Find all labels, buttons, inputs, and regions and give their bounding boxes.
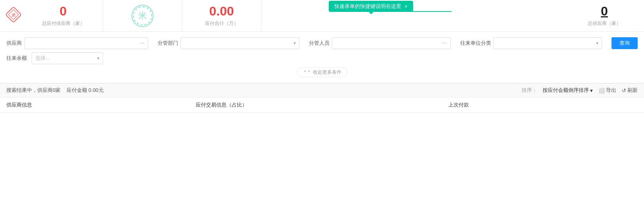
person-label: 分管人员 bbox=[309, 40, 330, 47]
supplier-label: 供应商 bbox=[6, 40, 22, 47]
balance-label: 往来余额 bbox=[6, 55, 27, 62]
person-input-wrap[interactable]: ··· bbox=[332, 37, 451, 49]
sort-chevron-icon: ▾ bbox=[590, 88, 593, 93]
total-suppliers-label: 总供应商（家） bbox=[588, 20, 621, 27]
balance-placeholder: 选择... bbox=[35, 55, 97, 62]
results-actions: 排序： 按应付会额倒序排序 ▾ ⬜ 导出 ↺ 刷新 bbox=[522, 87, 638, 94]
refresh-icon: ↺ bbox=[622, 88, 626, 93]
sort-label: 排序： bbox=[522, 87, 537, 94]
refresh-label: 刷新 bbox=[627, 87, 638, 94]
dept-label: 分管部门 bbox=[158, 40, 178, 47]
refresh-button[interactable]: ↺ 刷新 bbox=[622, 87, 638, 94]
supplier-input-wrap[interactable]: ··· bbox=[25, 37, 148, 49]
svg-text:米: 米 bbox=[11, 13, 16, 17]
collapse-button[interactable]: ⌃⌃ 收起更多条件 bbox=[297, 67, 347, 77]
unit-filter: 往来单位分类 ▾ bbox=[460, 37, 602, 49]
export-icon: ⬜ bbox=[598, 88, 605, 93]
diamond-logo-icon: 米 bbox=[5, 6, 22, 23]
supplier-filter: 供应商 ··· bbox=[6, 37, 148, 49]
results-amount: 应付金额 0.00元 bbox=[67, 87, 104, 93]
total-suppliers-stat: 0 总供应商（家） bbox=[565, 0, 644, 31]
unit-select[interactable]: ▾ bbox=[493, 37, 602, 49]
total-payable-suppliers-number: 0 bbox=[60, 4, 67, 18]
table-header: 供应商信息 应付交易信息（占比） 上次付款 bbox=[0, 97, 644, 113]
total-payable-suppliers-stat: 0 总应付供应商（家） bbox=[24, 0, 103, 31]
sort-value[interactable]: 按应付会额倒序排序 ▾ bbox=[543, 87, 593, 94]
results-summary: 搜索结果中，供应商0家 应付金额 0.00元 bbox=[6, 87, 522, 94]
dept-select[interactable]: ▾ bbox=[181, 37, 299, 49]
tooltip-close-button[interactable]: × bbox=[404, 3, 408, 10]
query-button[interactable]: 查询 bbox=[612, 37, 638, 49]
export-button[interactable]: ⬜ 导出 bbox=[598, 87, 616, 94]
person-input[interactable] bbox=[335, 40, 440, 46]
total-payable-suppliers-label: 总应付供应商（家） bbox=[42, 20, 85, 27]
dept-chevron-icon: ▾ bbox=[293, 40, 296, 46]
col-supplier-header: 供应商信息 bbox=[6, 101, 196, 109]
collapse-row: ⌃⌃ 收起更多条件 bbox=[6, 66, 638, 80]
collapse-label: 收起更多条件 bbox=[313, 69, 341, 76]
stats-bar: 米 0 总应付供应商（家） 米 0.00 应付合计（万） 快速录单的快捷键说明在… bbox=[0, 0, 644, 32]
coin-icon: 米 bbox=[138, 10, 147, 22]
collapse-up-icon: ⌃⌃ bbox=[303, 70, 311, 75]
export-label: 导出 bbox=[606, 87, 616, 94]
dept-filter: 分管部门 ▾ bbox=[158, 37, 299, 49]
sort-value-text: 按应付会额倒序排序 bbox=[543, 87, 589, 94]
logo-area: 米 bbox=[5, 6, 22, 25]
payable-total-label: 应付合计（万） bbox=[205, 20, 238, 27]
coin-icon-area: 米 bbox=[103, 0, 182, 31]
results-count: 搜索结果中，供应商0家 bbox=[6, 87, 61, 93]
col-lastpay-header: 上次付款 bbox=[448, 101, 638, 109]
col-transaction-header: 应付交易信息（占比） bbox=[196, 101, 448, 109]
balance-select[interactable]: 选择... ▾ bbox=[32, 52, 103, 64]
payable-total-stat: 0.00 应付合计（万） bbox=[182, 0, 261, 31]
balance-row: 往来余额 选择... ▾ bbox=[6, 52, 638, 64]
person-dots[interactable]: ··· bbox=[442, 40, 447, 47]
filter-row-1: 供应商 ··· 分管部门 ▾ 分管人员 ··· 往来单位分 bbox=[6, 37, 638, 49]
balance-chevron-icon: ▾ bbox=[97, 55, 99, 61]
supplier-input[interactable] bbox=[28, 40, 137, 46]
payable-total-number: 0.00 bbox=[209, 4, 234, 18]
total-suppliers-number: 0 bbox=[601, 4, 608, 18]
results-bar: 搜索结果中，供应商0家 应付金额 0.00元 排序： 按应付会额倒序排序 ▾ ⬜… bbox=[0, 83, 644, 97]
unit-chevron-icon: ▾ bbox=[596, 40, 598, 46]
tooltip-balloon: 快速录单的快捷键说明在这里 × bbox=[329, 1, 413, 12]
coin-icon-circle: 米 bbox=[131, 5, 154, 27]
person-filter: 分管人员 ··· bbox=[309, 37, 451, 49]
unit-label: 往来单位分类 bbox=[460, 40, 491, 47]
table-body bbox=[0, 113, 644, 204]
tooltip-text: 快速录单的快捷键说明在这里 bbox=[334, 3, 401, 10]
filter-bar: 供应商 ··· 分管部门 ▾ 分管人员 ··· 往来单位分 bbox=[0, 32, 644, 83]
supplier-dots[interactable]: ··· bbox=[139, 40, 145, 47]
